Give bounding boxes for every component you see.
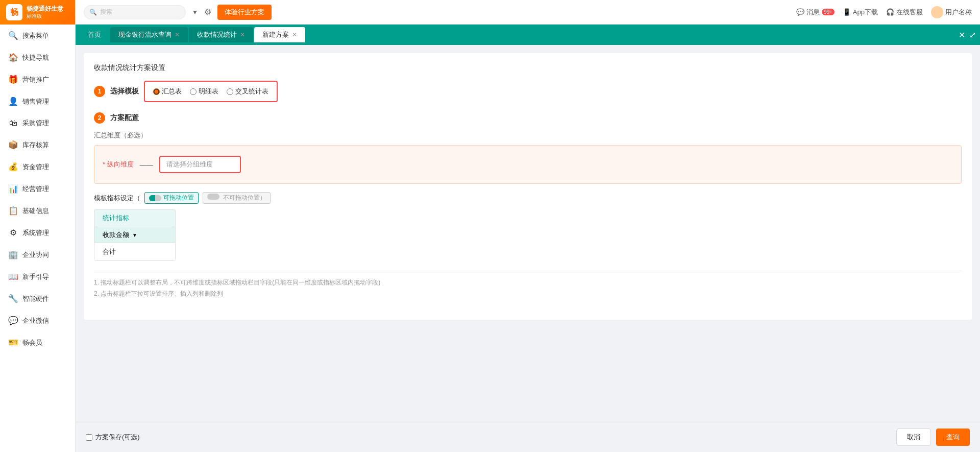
download-icon: 📱 <box>843 8 851 16</box>
user-action[interactable]: 用户名称 <box>931 6 972 18</box>
gear-icon: ⚙ <box>8 228 18 237</box>
message-badge: 99+ <box>822 9 835 15</box>
sidebar-item-hardware[interactable]: 🔧 智能硬件 <box>0 288 75 310</box>
tab-collection[interactable]: 收款情况统计 ✕ <box>189 27 253 42</box>
query-button[interactable]: 查询 <box>936 429 970 446</box>
tip1: 1. 拖动标题栏可以调整布局，不可跨维度或指标区域拖动栏目字段(只能在同一维度或… <box>94 277 962 289</box>
dimension-section-title: 汇总维度（必选） <box>94 131 962 140</box>
tab-new-plan[interactable]: 新建方案 ✕ <box>254 27 305 42</box>
sidebar-item-inventory[interactable]: 📦 库存核算 <box>0 134 75 156</box>
cancel-button[interactable]: 取消 <box>896 429 931 446</box>
message-icon: 💬 <box>796 8 804 16</box>
tip2: 2. 点击标题栏下拉可设置排序、插入列和删除列 <box>94 289 962 300</box>
home-icon: 🏠 <box>8 53 18 62</box>
step1-number: 1 <box>94 86 105 97</box>
user-icon: 👤 <box>8 97 18 106</box>
building-icon: 🏢 <box>8 250 18 259</box>
message-action[interactable]: 💬 消息 99+ <box>796 8 835 17</box>
header: 🔍 搜索 ▼ ⚙ 体验行业方案 💬 消息 99+ 📱 App下载 🎧 在线客服 … <box>76 0 980 25</box>
search-menu-icon: 🔍 <box>8 31 18 40</box>
template-radio-group: 汇总表 明细表 交叉统计表 <box>153 87 268 96</box>
close-window-icon[interactable]: ✕ <box>959 30 965 40</box>
search-icon: 🔍 <box>89 9 97 16</box>
wrench-icon: 🔧 <box>8 294 18 303</box>
step2-section: 2 方案配置 汇总维度（必选） * 纵向维度 —— 请选择分组维度 <box>94 112 962 299</box>
book-icon: 📖 <box>8 272 18 281</box>
settings-button[interactable]: ⚙ <box>204 7 211 17</box>
indicator-title-text: 模板指标设定（ <box>94 194 140 203</box>
sidebar-item-guide[interactable]: 📖 新手引导 <box>0 266 75 288</box>
download-action[interactable]: 📱 App下载 <box>843 8 878 17</box>
logo-icon: 畅 <box>6 4 22 20</box>
tab-home[interactable]: 首页 <box>80 27 109 42</box>
box-icon: 📦 <box>8 140 18 150</box>
sidebar-item-nav[interactable]: 🏠 快捷导航 <box>0 46 75 68</box>
non-draggable-badge: 不可拖动位置） <box>203 192 271 204</box>
arrow-icon: —— <box>140 161 153 169</box>
dimension-box: * 纵向维度 —— 请选择分组维度 <box>94 145 962 184</box>
sidebar-item-basic[interactable]: 📋 基础信息 <box>0 200 75 222</box>
industry-btn[interactable]: 体验行业方案 <box>217 5 272 20</box>
indicator-section: 模板指标设定（ 可拖动位置 不可拖动位置） 统计指标 <box>94 192 962 263</box>
tips-section: 1. 拖动标题栏可以调整布局，不可跨维度或指标区域拖动栏目字段(只能在同一维度或… <box>94 271 962 299</box>
step2-title: 方案配置 <box>110 113 139 123</box>
tab-bank[interactable]: 现金银行流水查询 ✕ <box>110 27 188 42</box>
indicator-column-header[interactable]: 收款金额 ▼ <box>94 227 175 243</box>
page-title: 收款情况统计方案设置 <box>94 63 962 73</box>
sidebar-item-member[interactable]: 🎫 畅会员 <box>0 331 75 353</box>
service-action[interactable]: 🎧 在线客服 <box>886 8 923 17</box>
chart-icon: 📊 <box>8 184 18 194</box>
indicator-table: 统计指标 收款金额 ▼ 合计 <box>94 209 176 261</box>
sidebar-item-marketing[interactable]: 🎁 营销推广 <box>0 68 75 90</box>
sidebar-item-search[interactable]: 🔍 搜索菜单 <box>0 25 75 46</box>
tabs-controls: ✕ ⤢ <box>959 30 976 40</box>
dropdown-arrow-icon[interactable]: ▼ <box>192 9 198 16</box>
sidebar-item-operation[interactable]: 📊 经营管理 <box>0 178 75 200</box>
footer-buttons: 取消 查询 <box>896 429 970 446</box>
bag-icon: 🛍 <box>8 118 18 128</box>
template-options-box: 汇总表 明细表 交叉统计表 <box>144 81 278 102</box>
user-avatar <box>931 6 943 18</box>
gift-icon: 🎁 <box>8 75 18 84</box>
money-icon: 💰 <box>8 162 18 172</box>
dimension-select[interactable]: 请选择分组维度 <box>159 156 241 173</box>
header-actions: 💬 消息 99+ 📱 App下载 🎧 在线客服 用户名称 <box>796 6 972 18</box>
save-checkbox[interactable]: 方案保存(可选) <box>86 433 140 442</box>
main-area: 🔍 搜索 ▼ ⚙ 体验行业方案 💬 消息 99+ 📱 App下载 🎧 在线客服 … <box>76 0 980 452</box>
service-icon: 🎧 <box>886 8 894 16</box>
main-card: 收款情况统计方案设置 1 选择模板 汇总表 <box>84 53 972 320</box>
step1-title: 选择模板 <box>110 87 139 96</box>
step2-header: 2 方案配置 <box>94 112 962 124</box>
step1-header: 1 选择模板 汇总表 明细表 <box>94 81 962 102</box>
expand-window-icon[interactable]: ⤢ <box>969 30 976 40</box>
sidebar-logo: 畅 畅捷通好生意 标准版 <box>0 0 75 25</box>
vertical-dimension-label: * 纵向维度 <box>103 160 134 169</box>
clipboard-icon: 📋 <box>8 206 18 216</box>
radio-cross[interactable]: 交叉统计表 <box>227 87 268 96</box>
radio-detail[interactable]: 明细表 <box>190 87 218 96</box>
chevron-down-icon[interactable]: ▼ <box>132 232 137 238</box>
sidebar-item-enterprise[interactable]: 🏢 企业协同 <box>0 244 75 266</box>
logo-text: 畅捷通好生意 标准版 <box>27 5 63 20</box>
indicator-table-header: 统计指标 <box>94 209 175 227</box>
tab-collection-close[interactable]: ✕ <box>240 31 245 38</box>
indicator-total-row: 合计 <box>94 243 175 260</box>
save-checkbox-input[interactable] <box>86 434 92 441</box>
sidebar-item-system[interactable]: ⚙ 系统管理 <box>0 222 75 244</box>
vertical-dimension-row: * 纵向维度 —— 请选择分组维度 <box>103 156 953 173</box>
footer: 方案保存(可选) 取消 查询 <box>76 422 980 452</box>
step1-section: 1 选择模板 汇总表 明细表 <box>94 81 962 102</box>
tab-bank-close[interactable]: ✕ <box>175 31 180 38</box>
tab-new-plan-close[interactable]: ✕ <box>292 31 297 38</box>
sidebar-item-wechat[interactable]: 💬 企业微信 <box>0 310 75 331</box>
search-bar[interactable]: 🔍 搜索 <box>84 5 186 19</box>
radio-summary[interactable]: 汇总表 <box>153 87 182 96</box>
ticket-icon: 🎫 <box>8 338 18 347</box>
sidebar-item-finance[interactable]: 💰 资金管理 <box>0 156 75 178</box>
sidebar-item-sales[interactable]: 👤 销售管理 <box>0 90 75 112</box>
chat-icon: 💬 <box>8 316 18 325</box>
draggable-badge: 可拖动位置 <box>144 192 199 204</box>
step2-number: 2 <box>94 112 105 124</box>
sidebar-item-purchase[interactable]: 🛍 采购管理 <box>0 112 75 134</box>
sidebar: 畅 畅捷通好生意 标准版 🔍 搜索菜单 🏠 快捷导航 🎁 营销推广 👤 销售管理… <box>0 0 76 452</box>
